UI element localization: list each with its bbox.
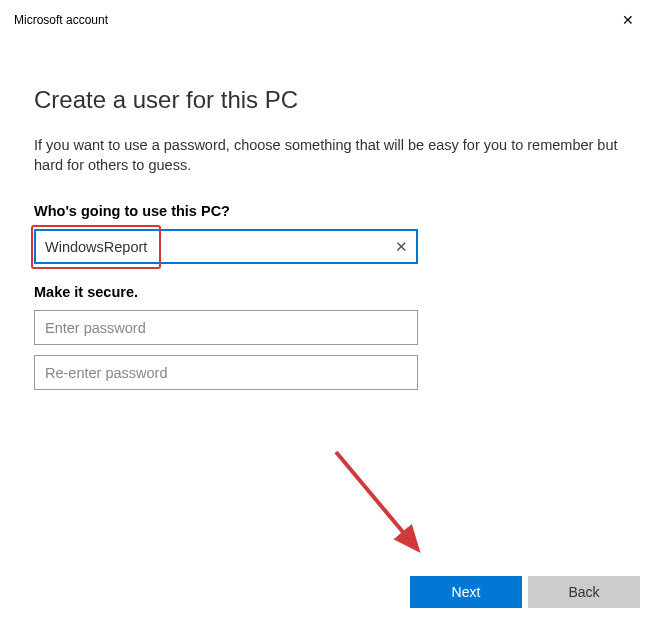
back-button[interactable]: Back [528, 576, 640, 608]
window-title: Microsoft account [14, 13, 108, 27]
annotation-arrow [322, 438, 442, 568]
username-input-wrap: ✕ [34, 229, 418, 264]
close-button[interactable]: ✕ [606, 6, 650, 34]
next-button[interactable]: Next [410, 576, 522, 608]
page-heading: Create a user for this PC [34, 86, 620, 114]
secure-label: Make it secure. [34, 284, 620, 300]
footer-buttons: Next Back [410, 576, 640, 608]
clear-input-icon[interactable]: ✕ [392, 238, 410, 256]
svg-line-1 [336, 452, 418, 550]
page-description: If you want to use a password, choose so… [34, 136, 620, 175]
username-label: Who's going to use this PC? [34, 203, 620, 219]
close-icon: ✕ [622, 12, 634, 28]
password-input[interactable] [34, 310, 418, 345]
content-area: Create a user for this PC If you want to… [0, 36, 654, 420]
password-confirm-input[interactable] [34, 355, 418, 390]
username-input[interactable] [34, 229, 418, 264]
titlebar: Microsoft account ✕ [0, 0, 654, 36]
